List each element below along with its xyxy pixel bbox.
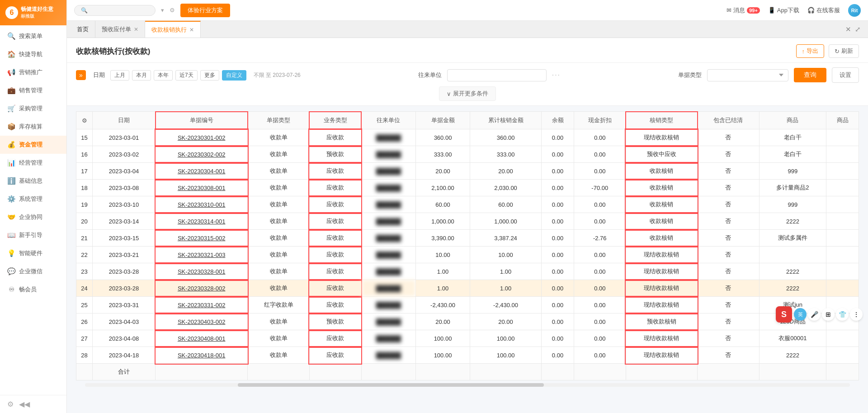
date-this-month[interactable]: 本月: [132, 70, 151, 81]
row-verify-type: 收款核销: [626, 163, 697, 180]
filter-collapse-button[interactable]: »: [76, 70, 86, 80]
sidebar-item-marketing[interactable]: 📢 营销推广: [0, 63, 66, 81]
close-window-icon[interactable]: ✕: [845, 25, 851, 33]
message-item[interactable]: ✉ 消息 99+: [726, 6, 760, 14]
sidebar-item-inventory[interactable]: 📦 库存核算: [0, 118, 66, 136]
online-service-item[interactable]: 🎧 在线客服: [807, 6, 840, 14]
sidebar-item-label: 资金管理: [19, 141, 42, 149]
date-7days[interactable]: 近7天: [175, 70, 198, 81]
settings-button[interactable]: 设置: [832, 67, 859, 83]
sidebar-item-nav[interactable]: 🏠 快捷导航: [0, 45, 66, 63]
row-bill-no[interactable]: SK-20230310-001: [156, 196, 248, 213]
filter-dots[interactable]: ···: [552, 71, 561, 79]
app-download-item[interactable]: 📱 App下载: [768, 6, 799, 14]
sidebar-item-basic[interactable]: ℹ️ 基础信息: [0, 172, 66, 190]
s-logo-button[interactable]: S: [776, 306, 792, 323]
shirt-button[interactable]: 👕: [836, 308, 849, 321]
tab-verification-close[interactable]: ✕: [189, 27, 194, 33]
row-no: 28: [76, 347, 93, 364]
date-last-month[interactable]: 上月: [110, 70, 129, 81]
sidebar-item-finance[interactable]: 💰 资金管理: [0, 136, 66, 154]
maximize-icon[interactable]: ⤢: [855, 25, 861, 33]
tab-prepayment[interactable]: 预收应付单 ✕: [95, 21, 145, 38]
date-custom[interactable]: 自定义: [222, 70, 246, 81]
row-bill-type: 收款单: [248, 230, 310, 247]
row-product: [759, 247, 826, 263]
total-cell: [542, 364, 574, 380]
row-bill-no[interactable]: SK-20230328-001: [156, 263, 248, 280]
partner-input[interactable]: [447, 69, 547, 81]
row-product: 2222: [759, 263, 826, 280]
row-no: 20: [76, 213, 93, 230]
more-button[interactable]: ⋮: [850, 308, 863, 321]
hardware-icon: 💡: [7, 249, 15, 257]
row-date: 2023-03-02: [93, 146, 156, 163]
query-button[interactable]: 查询: [794, 68, 826, 82]
keyboard-grid-button[interactable]: ⊞: [822, 308, 835, 321]
refresh-button[interactable]: ↻ 刷新: [829, 44, 859, 58]
expand-icon: ∨: [447, 90, 451, 97]
row-bill-no[interactable]: SK-20230308-001: [156, 180, 248, 196]
row-bill-no[interactable]: SK-20230403-002: [156, 313, 248, 330]
table-row: 252023-03-31SK-20230331-002红字收款单应收款█████…: [76, 297, 859, 313]
table-scrollbar[interactable]: [85, 383, 850, 387]
avatar[interactable]: Rit: [848, 4, 861, 17]
export-button[interactable]: ↑ 导出: [796, 44, 825, 58]
english-input-button[interactable]: 英: [794, 308, 807, 321]
col-settings[interactable]: ⚙: [76, 112, 93, 129]
date-this-year[interactable]: 本年: [154, 70, 173, 81]
tab-prepayment-close[interactable]: ✕: [134, 26, 138, 33]
row-biz-type: 应收款: [309, 247, 361, 263]
sidebar-item-sales[interactable]: 💼 销售管理: [0, 81, 66, 100]
row-amount: 100.00: [416, 330, 470, 347]
sidebar-item-system[interactable]: ⚙️ 系统管理: [0, 190, 66, 208]
settings-bottom-icon[interactable]: ⚙: [7, 400, 14, 408]
sidebar-item-operations[interactable]: 📊 经营管理: [0, 154, 66, 172]
row-bill-type: 收款单: [248, 213, 310, 230]
tab-verification[interactable]: 收款核销执行 ✕: [145, 21, 201, 38]
row-verify-type: 现结收款核销: [626, 247, 697, 263]
sidebar-item-purchase[interactable]: 🛒 采购管理: [0, 100, 66, 118]
dropdown-icon[interactable]: ▾: [161, 7, 164, 14]
row-biz-type: 应收款: [309, 330, 361, 347]
row-bill-no[interactable]: SK-20230304-001: [156, 163, 248, 180]
sidebar-item-guide[interactable]: 📖 新手引导: [0, 226, 66, 244]
row-bill-no[interactable]: SK-20230418-001: [156, 347, 248, 364]
message-badge: 99+: [747, 7, 760, 14]
topbar-search[interactable]: 🔍: [74, 5, 156, 16]
sidebar-item-member[interactable]: ♾ 畅会员: [0, 280, 66, 299]
bill-type-select[interactable]: [707, 69, 788, 81]
row-product2: [826, 180, 859, 196]
row-bill-no[interactable]: SK-20230314-001: [156, 213, 248, 230]
row-bill-no[interactable]: SK-20230331-002: [156, 297, 248, 313]
industry-solution-button[interactable]: 体验行业方案: [180, 4, 230, 17]
row-product: 2222: [759, 347, 826, 364]
date-more[interactable]: 更多: [200, 70, 219, 81]
sidebar-item-hardware[interactable]: 💡 智能硬件: [0, 244, 66, 262]
sidebar-item-label: 系统管理: [19, 195, 42, 203]
row-date: 2023-03-04: [93, 163, 156, 180]
settings-table-icon[interactable]: ⚙: [82, 117, 87, 124]
sidebar-item-collab[interactable]: 🤝 企业协同: [0, 208, 66, 226]
row-date: 2023-03-15: [93, 230, 156, 247]
expand-button[interactable]: ∨ 展开更多条件: [439, 86, 496, 101]
collapse-icon[interactable]: ◀◀: [19, 400, 30, 408]
row-bill-no[interactable]: SK-20230315-002: [156, 230, 248, 247]
sidebar-item-label: 营销推广: [19, 68, 42, 76]
tab-home[interactable]: 首页: [71, 21, 95, 38]
table-row: 202023-03-14SK-20230314-001收款单应收款██████1…: [76, 213, 859, 230]
row-bill-no[interactable]: SK-20230321-003: [156, 247, 248, 263]
row-bill-no[interactable]: SK-20230328-002: [156, 280, 248, 297]
gear-icon[interactable]: ⚙: [170, 7, 175, 14]
row-settled: 否: [698, 146, 760, 163]
row-bill-no[interactable]: SK-20230301-002: [156, 129, 248, 146]
row-bill-no[interactable]: SK-20230408-001: [156, 330, 248, 347]
tab-home-label: 首页: [77, 25, 89, 33]
sidebar-item-wechat[interactable]: 💬 企业微信: [0, 262, 66, 280]
table-row: 222023-03-21SK-20230321-003收款单应收款██████1…: [76, 247, 859, 263]
total-cell: [156, 364, 248, 380]
sidebar-item-search[interactable]: 🔍 搜索菜单: [0, 27, 66, 45]
microphone-button[interactable]: 🎤: [808, 308, 821, 321]
row-bill-no[interactable]: SK-20230302-002: [156, 146, 248, 163]
sales-icon: 💼: [7, 86, 15, 95]
